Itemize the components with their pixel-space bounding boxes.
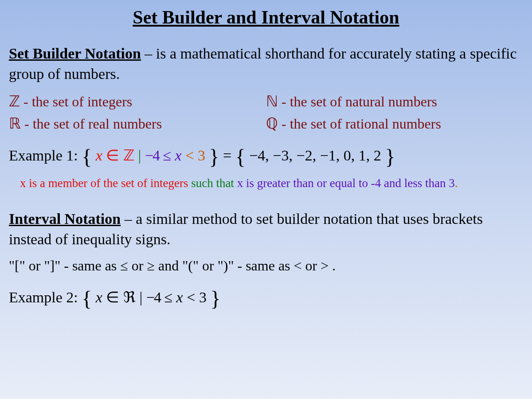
ex2-right-brace: } [210, 287, 220, 310]
set-naturals: ℕ - the set of natural numbers [266, 92, 523, 110]
ex2-le: ≤ [164, 289, 176, 305]
ex2-lt: < [187, 289, 199, 305]
interval-term: Interval Notation [9, 211, 121, 227]
z-symbol: ℤ [9, 93, 20, 110]
ex1-x2: x [175, 147, 182, 164]
ex1-eq: = [223, 147, 235, 164]
q-text: - the set of rational numbers [278, 116, 441, 132]
ex1-lt: < [185, 147, 198, 164]
set-builder-term: Set Builder Notation [9, 45, 141, 62]
set-rationals: ℚ - the set of rational numbers [266, 114, 523, 132]
ex2-r: ℜ [123, 289, 136, 305]
page-title: Set Builder and Interval Notation [9, 7, 523, 28]
explain-orange: . [455, 176, 458, 190]
right-brace-2: } [385, 145, 395, 168]
right-brace-1: } [209, 145, 219, 168]
ex2-three: 3 [199, 289, 207, 305]
ex1-le: ≤ [163, 147, 175, 164]
ex2-x2: x [176, 289, 183, 305]
sets-row-2: ℝ - the set of real numbers ℚ - the set … [9, 114, 523, 132]
n-text: - the set of natural numbers [278, 94, 437, 110]
r-text: - the set of real numbers [21, 116, 162, 132]
interval-definition: Interval Notation – a similar method to … [9, 209, 523, 250]
set-integers: ℤ - the set of integers [9, 92, 266, 110]
ex2-left-brace: { [82, 287, 92, 310]
example-1-label: Example 1: [9, 147, 82, 164]
ex1-list: −4, −3, −2, −1, 0, 1, 2 [249, 147, 381, 164]
ex1-three: 3 [198, 147, 205, 164]
ex2-bar: | [139, 289, 146, 305]
explain-red: x is a member of the set of integers [20, 176, 188, 190]
ex2-x1: x [96, 289, 102, 305]
ex1-bar: | [138, 147, 145, 164]
set-builder-definition: Set Builder Notation – is a mathematical… [9, 43, 523, 84]
n-symbol: ℕ [266, 93, 278, 110]
left-brace-2: { [235, 145, 246, 168]
ex2-neg4: −4 [146, 289, 160, 305]
explain-purple: x is greater than or equal to -4 and les… [237, 176, 455, 190]
example-2: Example 2: { x ∈ ℜ | −4 ≤ x < 3 } [9, 286, 523, 311]
example-2-label: Example 2: [9, 289, 82, 305]
left-brace-1: { [82, 145, 92, 168]
ex1-x1: x [96, 147, 102, 164]
z-text: - the set of integers [20, 94, 132, 110]
ex1-z: ℤ [123, 147, 134, 164]
ex1-in: ∈ [106, 147, 123, 164]
r-symbol: ℝ [9, 115, 21, 132]
ex2-in: ∈ [106, 289, 123, 305]
bracket-explanation: "[" or "]" - same as ≤ or ≥ and "(" or "… [9, 258, 523, 274]
explain-green: such that [188, 176, 237, 190]
example-1-explanation: x is a member of the set of integers suc… [20, 175, 523, 191]
q-symbol: ℚ [266, 115, 278, 132]
ex1-neg4: −4 [145, 147, 159, 164]
example-1: Example 1: { x ∈ ℤ | −4 ≤ x < 3 } = { −4… [9, 145, 523, 169]
sets-row-1: ℤ - the set of integers ℕ - the set of n… [9, 92, 523, 110]
set-reals: ℝ - the set of real numbers [9, 114, 266, 132]
